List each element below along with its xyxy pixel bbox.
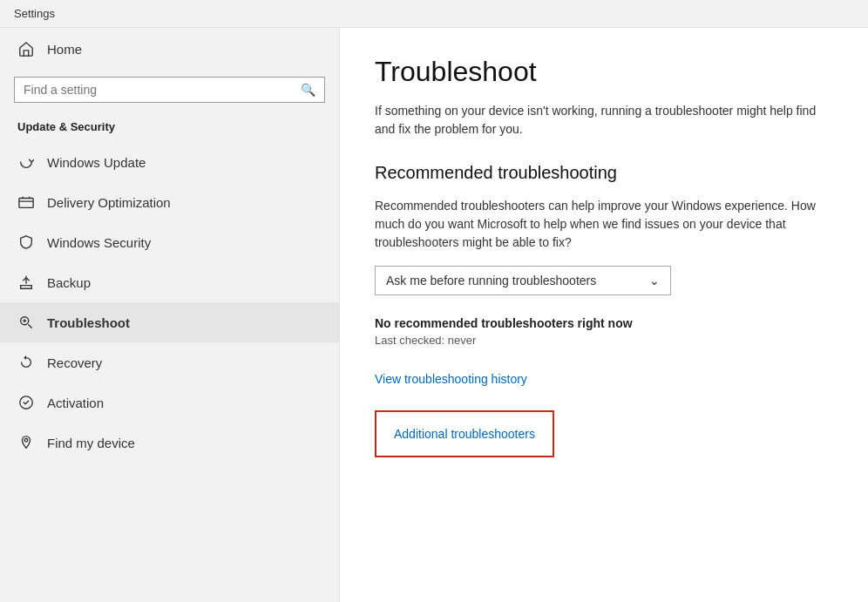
sidebar-label-find-my-device: Find my device <box>47 436 135 450</box>
no-troubleshooter-status: No recommended troubleshooters right now <box>375 316 833 330</box>
additional-troubleshooters-link[interactable]: Additional troubleshooters <box>394 427 535 441</box>
page-title: Troubleshoot <box>375 56 833 88</box>
backup-icon <box>17 274 35 291</box>
main-layout: Home 🔍 Update & Security Windows Update <box>0 28 868 602</box>
home-icon <box>17 40 35 57</box>
activation-icon <box>17 394 35 411</box>
svg-rect-0 <box>19 199 33 208</box>
sidebar-item-home[interactable]: Home <box>0 28 339 70</box>
shield-icon <box>17 233 35 251</box>
app-title: Settings <box>14 7 55 20</box>
sidebar-item-recovery[interactable]: Recovery <box>0 342 339 382</box>
find-icon <box>17 434 35 451</box>
search-icon: 🔍 <box>301 83 315 97</box>
sidebar-label-windows-update: Windows Update <box>47 155 146 170</box>
sidebar-label-activation: Activation <box>47 396 104 410</box>
sidebar-label-delivery-optimization: Delivery Optimization <box>47 195 171 210</box>
chevron-down-icon: ⌄ <box>649 274 660 287</box>
search-input[interactable] <box>24 83 301 97</box>
section-description: Recommended troubleshooters can help imp… <box>375 197 828 252</box>
sidebar-item-activation[interactable]: Activation <box>0 382 339 423</box>
sidebar-section-title: Update & Security <box>0 113 339 142</box>
sidebar-item-backup[interactable]: Backup <box>0 262 339 302</box>
search-box[interactable]: 🔍 <box>14 77 325 103</box>
sidebar-label-troubleshoot: Troubleshoot <box>47 315 130 330</box>
page-description: If something on your device isn't workin… <box>375 102 828 139</box>
last-checked-text: Last checked: never <box>375 334 833 347</box>
svg-point-3 <box>24 439 28 443</box>
view-troubleshooting-history-link[interactable]: View troubleshooting history <box>375 372 527 386</box>
title-bar: Settings <box>0 0 868 28</box>
search-container: 🔍 <box>0 70 339 113</box>
sidebar-item-delivery-optimization[interactable]: Delivery Optimization <box>0 182 339 222</box>
home-label: Home <box>47 42 82 57</box>
sidebar-item-windows-security[interactable]: Windows Security <box>0 222 339 262</box>
section-heading-recommended: Recommended troubleshooting <box>375 163 833 183</box>
sidebar-item-find-my-device[interactable]: Find my device <box>0 423 339 463</box>
sidebar-item-windows-update[interactable]: Windows Update <box>0 142 339 182</box>
troubleshooting-preference-dropdown[interactable]: Ask me before running troubleshooters ⌄ <box>375 266 671 295</box>
troubleshoot-icon <box>17 314 35 331</box>
delivery-icon <box>17 193 35 211</box>
sidebar-label-recovery: Recovery <box>47 355 102 370</box>
sidebar-label-backup: Backup <box>47 275 91 290</box>
sidebar-label-windows-security: Windows Security <box>47 235 151 250</box>
dropdown-value: Ask me before running troubleshooters <box>386 274 596 287</box>
recovery-icon <box>17 354 35 371</box>
additional-troubleshooters-box[interactable]: Additional troubleshooters <box>375 410 554 457</box>
sidebar: Home 🔍 Update & Security Windows Update <box>0 28 340 602</box>
sidebar-item-troubleshoot[interactable]: Troubleshoot <box>0 302 339 342</box>
update-icon <box>17 153 35 171</box>
content-area: Troubleshoot If something on your device… <box>340 28 868 602</box>
